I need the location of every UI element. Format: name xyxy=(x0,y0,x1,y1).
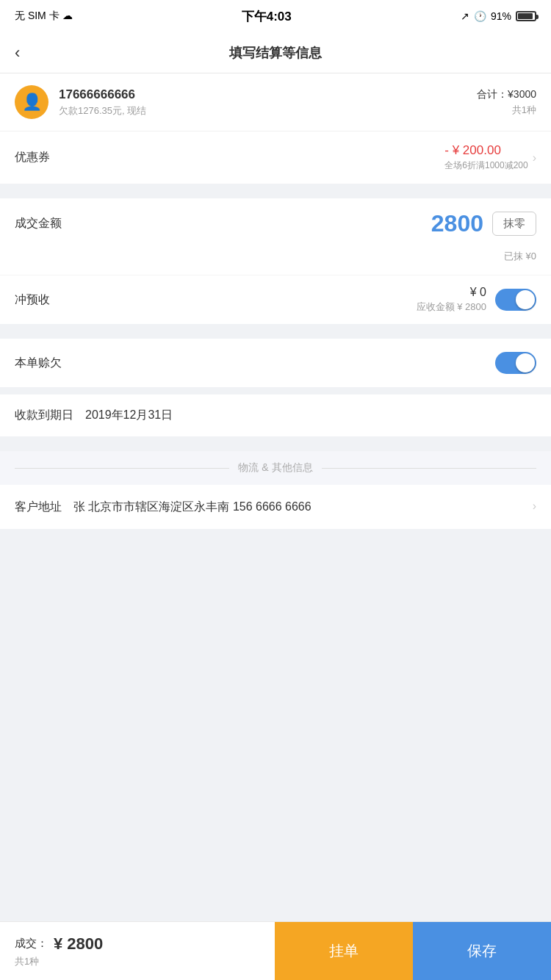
coupon-desc: 全场6折满1000减200 xyxy=(444,159,527,172)
coupon-label: 优惠券 xyxy=(15,150,50,165)
debit-section: 本单赊欠 xyxy=(0,339,551,387)
page-title: 填写结算等信息 xyxy=(229,44,322,62)
total-amount: 合计：¥3000 xyxy=(477,88,536,101)
coupon-info: - ¥ 200.00 全场6折满1000减200 xyxy=(444,143,527,172)
amount-section: 成交金额 2800 抹零 已抹 ¥0 冲预收 ¥ 0 应收金额 ¥ 2800 xyxy=(0,198,551,324)
amount-value: 2800 xyxy=(431,210,483,237)
debit-toggle-knob xyxy=(516,353,535,372)
customer-row: 👤 17666666666 欠款1276.35元, 现结 合计：¥3000 共1… xyxy=(0,73,551,131)
status-time: 下午4:03 xyxy=(242,8,292,25)
amount-label: 成交金额 xyxy=(15,216,62,231)
prepay-amount-info: ¥ 0 应收金额 ¥ 2800 xyxy=(417,286,486,314)
content-area: 👤 17666666666 欠款1276.35元, 现结 合计：¥3000 共1… xyxy=(0,73,551,742)
customer-info: 17666666666 欠款1276.35元, 现结 xyxy=(59,87,146,118)
toggle-knob xyxy=(516,290,535,309)
address-chevron-icon: › xyxy=(533,500,536,513)
bottom-bar: 成交： ¥ 2800 共1种 挂单 保存 xyxy=(0,921,551,980)
clock-icon: 🕐 xyxy=(474,10,486,22)
battery-percent: 91% xyxy=(491,10,511,22)
deal-count: 共1种 xyxy=(15,955,260,968)
address-value: 张 北京市市辖区海淀区永丰南 156 6666 6666 xyxy=(73,498,527,516)
amount-right: 2800 抹零 xyxy=(431,210,536,237)
status-left: 无 SIM 卡 ☁ xyxy=(15,10,73,23)
amount-sub-text: 已抹 ¥0 xyxy=(504,251,536,262)
prepay-value: ¥ 0 xyxy=(417,286,486,299)
location-icon: ↗ xyxy=(461,10,469,22)
duedate-section: 收款到期日 2019年12月31日 xyxy=(0,394,551,436)
deal-label: 成交： xyxy=(15,937,48,951)
save-button[interactable]: 保存 xyxy=(413,922,551,980)
debit-label: 本单赊欠 xyxy=(15,356,62,371)
prepay-toggle[interactable] xyxy=(495,289,536,311)
debit-toggle[interactable] xyxy=(495,352,536,374)
divider-line-right xyxy=(322,468,536,469)
bottom-summary: 成交： ¥ 2800 共1种 xyxy=(0,934,275,968)
status-bar: 无 SIM 卡 ☁ 下午4:03 ↗ 🕐 91% xyxy=(0,0,551,32)
back-button[interactable]: ‹ xyxy=(15,43,20,62)
duedate-row: 收款到期日 2019年12月31日 xyxy=(15,408,536,423)
section-divider-2 xyxy=(0,331,551,339)
battery-bar xyxy=(516,11,536,21)
customer-subtext: 欠款1276.35元, 现结 xyxy=(59,104,146,118)
prepay-label: 冲预收 xyxy=(15,292,50,308)
amount-sub-row: 已抹 ¥0 xyxy=(0,249,551,275)
section-divider-3 xyxy=(0,444,551,451)
customer-left: 👤 17666666666 欠款1276.35元, 现结 xyxy=(15,85,146,119)
prepay-receivable: 应收金额 ¥ 2800 xyxy=(417,300,486,314)
coupon-discount: - ¥ 200.00 xyxy=(444,143,527,158)
prepay-row: 冲预收 ¥ 0 应收金额 ¥ 2800 xyxy=(0,275,551,324)
sim-label: 无 SIM 卡 ☁ xyxy=(15,10,73,23)
prepay-right: ¥ 0 应收金额 ¥ 2800 xyxy=(417,286,536,314)
section-divider-1 xyxy=(0,191,551,198)
customer-right: 合计：¥3000 共1种 xyxy=(477,88,536,117)
total-count: 共1种 xyxy=(477,104,536,117)
nav-bar: ‹ 填写结算等信息 xyxy=(0,32,551,73)
customer-card: 👤 17666666666 欠款1276.35元, 现结 合计：¥3000 共1… xyxy=(0,73,551,184)
deal-amount: ¥ 2800 xyxy=(54,934,103,954)
logistics-label: 物流 & 其他信息 xyxy=(238,461,312,475)
round-button[interactable]: 抹零 xyxy=(492,212,536,236)
amount-row: 成交金额 2800 抹零 xyxy=(0,198,551,249)
duedate-value: 2019年12月31日 xyxy=(85,408,173,423)
bottom-deal-row: 成交： ¥ 2800 xyxy=(15,934,260,954)
hang-button[interactable]: 挂单 xyxy=(275,922,413,980)
avatar: 👤 xyxy=(15,85,48,119)
battery-fill xyxy=(518,13,533,19)
divider-line-left xyxy=(15,468,229,469)
coupon-row[interactable]: 优惠券 - ¥ 200.00 全场6折满1000减200 › xyxy=(0,131,551,184)
empty-space xyxy=(0,536,551,683)
logistics-divider: 物流 & 其他信息 xyxy=(0,451,551,485)
status-right: ↗ 🕐 91% xyxy=(461,10,536,22)
customer-phone: 17666666666 xyxy=(59,87,146,102)
coupon-chevron-icon: › xyxy=(533,151,536,165)
avatar-icon: 👤 xyxy=(22,93,42,112)
bottom-actions: 挂单 保存 xyxy=(275,922,551,980)
address-label: 客户地址 xyxy=(15,500,62,515)
duedate-label: 收款到期日 xyxy=(15,408,73,423)
address-section[interactable]: 客户地址 张 北京市市辖区海淀区永丰南 156 6666 6666 › xyxy=(0,485,551,529)
